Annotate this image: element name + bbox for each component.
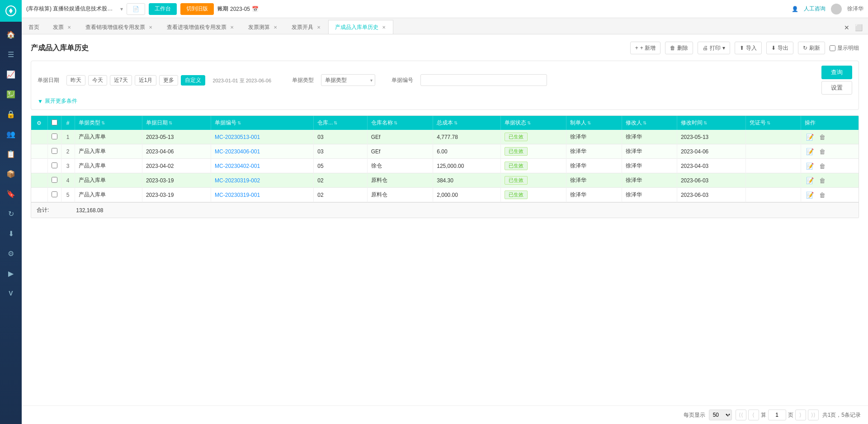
sidebar-item-finance[interactable]: 💹 [0,84,22,104]
new-button[interactable]: + + 新增 [630,42,660,54]
row-number-cell[interactable]: MC-20230513-001 [211,130,314,144]
table-row[interactable]: 3 产品入库单 2023-04-02 MC-20230402-001 05 徐仓… [31,159,859,173]
last-page-btn[interactable]: ⟩⟩ [808,410,819,420]
first-page-btn[interactable]: ⟨⟨ [736,410,746,420]
tab-sales-vat-close[interactable]: ✕ [148,24,153,30]
row-number-link[interactable]: MC-20230513-001 [215,134,260,140]
tab-invoice-open[interactable]: 发票开具 ✕ [285,20,328,34]
row-number-link[interactable]: MC-20230319-001 [215,192,260,198]
sidebar-item-inventory[interactable]: 📦 [0,164,22,184]
sidebar-item-sync[interactable]: ↻ [0,204,22,224]
col-creator[interactable]: 制单人⇅ [566,116,622,130]
date-custom-btn[interactable]: 自定义 [181,75,205,86]
date-1month-btn[interactable]: 近1月 [135,75,157,86]
col-status[interactable]: 单据状态⇅ [500,116,566,130]
workbench-button[interactable]: 工作台 [149,3,177,15]
sidebar-item-tag[interactable]: 🔖 [0,184,22,204]
sidebar-item-list[interactable]: ☰ [0,44,22,64]
tab-purchase-vat[interactable]: 查看进项增值税专用发票 ✕ [160,20,241,34]
tab-expand-icon[interactable]: ⬜ [853,23,864,32]
refresh-button[interactable]: ↻ 刷新 [798,42,825,54]
row-number-cell[interactable]: MC-20230319-002 [211,173,314,188]
tab-invoice-calc-close[interactable]: ✕ [273,24,278,30]
col-modifier[interactable]: 修改人⇅ [622,116,677,130]
table-row[interactable]: 4 产品入库单 2023-03-19 MC-20230319-002 02 原料… [31,173,859,188]
table-row[interactable]: 2 产品入库单 2023-04-06 MC-20230406-001 03 GE… [31,144,859,159]
row-number-link[interactable]: MC-20230319-002 [215,177,260,184]
col-warehouse-name[interactable]: 仓库名称⇅ [367,116,433,130]
tab-close-all-icon[interactable]: ✕ [842,23,851,32]
tab-invoice-open-close[interactable]: ✕ [316,24,321,30]
date-yesterday-btn[interactable]: 昨天 [66,75,85,86]
sidebar-item-play[interactable]: ▶ [0,263,22,283]
edit-icon[interactable]: 📝 [805,162,815,170]
help-label[interactable]: 人工咨询 [804,5,826,13]
print-button[interactable]: 🖨 打印 ▾ [698,42,730,54]
row-checkbox[interactable] [52,162,57,168]
type-select[interactable]: 单据类型 [321,74,375,86]
row-number-link[interactable]: MC-20230402-001 [215,163,260,169]
col-total-cost[interactable]: 总成本⇅ [433,116,501,130]
doc-template-button[interactable]: 📄 [127,3,145,15]
sidebar-item-people[interactable]: 👥 [0,124,22,144]
edit-icon[interactable]: 📝 [805,133,815,141]
expand-conditions-btn[interactable]: ▼ 展开更多条件 [38,97,77,105]
next-page-btn[interactable]: ⟩ [795,410,806,420]
sidebar-item-lock[interactable]: 🔒 [0,104,22,124]
tab-product-in-close[interactable]: ✕ [381,24,387,30]
sidebar-item-settings[interactable]: ⚙ [0,243,22,263]
row-number-link[interactable]: MC-20230406-001 [215,148,260,155]
col-voucher[interactable]: 凭证号⇅ [746,116,801,130]
col-number[interactable]: 单据编号⇅ [211,116,314,130]
number-input[interactable] [420,74,547,86]
query-button[interactable]: 查询 [821,66,852,79]
tab-home[interactable]: 首页 [22,20,46,34]
show-detail-checkbox[interactable] [830,45,835,51]
delete-row-icon[interactable]: 🗑 [818,176,827,185]
page-number-input[interactable] [768,410,786,420]
edit-icon[interactable]: 📝 [805,148,815,156]
prev-page-btn[interactable]: ⟨ [748,410,759,420]
sidebar-item-invoice[interactable]: 📋 [0,144,22,164]
date-today-btn[interactable]: 今天 [88,75,107,86]
row-number-cell[interactable]: MC-20230402-001 [211,159,314,173]
delete-row-icon[interactable]: 🗑 [818,148,827,156]
tab-product-in[interactable]: 产成品入库单历史 ✕ [328,20,393,34]
date-more-btn[interactable]: 更多 [159,75,178,86]
row-number-cell[interactable]: MC-20230319-001 [211,188,314,202]
sidebar-item-chart[interactable]: 📈 [0,64,22,84]
export-button[interactable]: ⬇ 导出 [766,42,793,54]
col-type[interactable]: 单据类型⇅ [75,116,142,130]
import-button[interactable]: ⬆ 导入 [735,42,762,54]
tab-purchase-vat-close[interactable]: ✕ [229,24,235,30]
user-name[interactable]: 徐泽华 [847,5,863,13]
delete-row-icon[interactable]: 🗑 [818,133,827,141]
row-checkbox[interactable] [52,191,57,197]
tab-invoice[interactable]: 发票 ✕ [46,20,79,34]
table-row[interactable]: 1 产品入库单 2023-05-13 MC-20230513-001 03 GE… [31,130,859,144]
col-date[interactable]: 单据日期⇅ [142,116,211,130]
row-checkbox[interactable] [52,177,57,183]
sidebar-item-v[interactable]: V [0,283,22,303]
edit-icon[interactable]: 📝 [805,191,815,199]
set-button[interactable]: 设置 [821,81,852,95]
sidebar-item-home[interactable]: 🏠 [0,24,22,44]
delete-button[interactable]: 🗑 删除 [665,42,693,54]
delete-row-icon[interactable]: 🗑 [818,191,827,199]
show-detail-toggle[interactable]: 显示明细 [830,44,859,52]
delete-row-icon[interactable]: 🗑 [818,162,827,170]
date-7days-btn[interactable]: 近7天 [110,75,132,86]
page-size-select[interactable]: 20 50 100 [709,410,732,420]
table-row[interactable]: 5 产品入库单 2023-03-19 MC-20230319-001 02 原料… [31,188,859,202]
tab-invoice-calc[interactable]: 发票测算 ✕ [241,20,285,34]
col-modify-time[interactable]: 修改时间⇅ [677,116,745,130]
row-checkbox[interactable] [52,133,57,139]
col-settings[interactable]: ⚙ [31,116,47,130]
row-checkbox[interactable] [52,148,57,154]
col-warehouse-code[interactable]: 仓库...⇅ [314,116,367,130]
switch-old-button[interactable]: 切到旧版 [180,3,214,15]
calendar-icon[interactable]: 📅 [252,6,259,12]
select-all-checkbox[interactable] [52,119,57,125]
sidebar-item-download[interactable]: ⬇ [0,224,22,243]
edit-icon[interactable]: 📝 [805,176,815,185]
